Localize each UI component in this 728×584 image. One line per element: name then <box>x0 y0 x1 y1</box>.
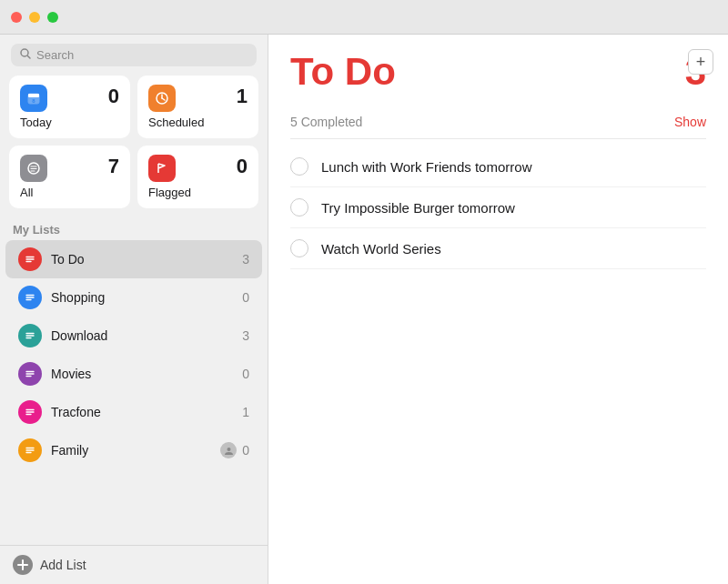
list-count-family: 0 <box>242 443 249 458</box>
task-item-2[interactable]: Try Impossible Burger tomorrow <box>290 187 706 228</box>
scheduled-label: Scheduled <box>148 116 248 129</box>
task-checkbox-1[interactable] <box>290 157 308 176</box>
list-items: To Do 3 Shopping 0 <box>0 240 268 545</box>
tile-today[interactable]: 8 0 Today <box>9 76 130 138</box>
completed-text: 5 Completed <box>290 115 362 129</box>
list-label-movies: Movies <box>51 367 233 381</box>
add-list-label: Add List <box>40 558 86 572</box>
list-item-family[interactable]: Family 0 <box>5 431 262 469</box>
list-count-tracfone: 1 <box>242 405 249 419</box>
flagged-count: 0 <box>237 155 248 178</box>
list-icon-movies <box>18 362 42 386</box>
list-icon-shopping <box>18 286 42 309</box>
search-icon <box>20 48 31 62</box>
list-count-todo: 3 <box>242 252 249 267</box>
list-label-download: Download <box>51 328 233 343</box>
svg-point-30 <box>227 448 230 451</box>
scheduled-icon <box>148 85 176 112</box>
minimize-button[interactable] <box>29 12 40 23</box>
svg-line-7 <box>162 98 165 100</box>
task-list: Lunch with Work Friends tomorrow Try Imp… <box>290 146 706 269</box>
scheduled-count: 1 <box>237 85 248 108</box>
svg-rect-3 <box>28 94 39 97</box>
list-icon-todo <box>18 247 42 271</box>
list-item-right-movies: 0 <box>242 367 249 381</box>
list-item-todo[interactable]: To Do 3 <box>5 240 262 278</box>
add-list-icon <box>13 555 33 575</box>
today-label: Today <box>20 116 119 129</box>
shared-icon-family <box>220 442 237 458</box>
all-icon <box>20 155 47 182</box>
tile-scheduled[interactable]: 1 Scheduled <box>137 76 258 138</box>
list-item-right-family: 0 <box>220 442 249 458</box>
tile-flagged[interactable]: 0 Flagged <box>137 146 258 208</box>
task-checkbox-3[interactable] <box>290 239 308 257</box>
task-checkbox-2[interactable] <box>290 198 308 216</box>
list-item-right-shopping: 0 <box>242 290 249 305</box>
list-count-shopping: 0 <box>242 290 249 305</box>
list-label-family: Family <box>51 443 211 458</box>
task-text-1: Lunch with Work Friends tomorrow <box>321 159 531 175</box>
show-link[interactable]: Show <box>674 115 706 129</box>
list-item-right-todo: 3 <box>242 252 249 267</box>
list-item-download[interactable]: Download 3 <box>5 317 262 355</box>
task-item-3[interactable]: Watch World Series <box>290 228 706 269</box>
close-button[interactable] <box>11 12 22 23</box>
list-item-right-tracfone: 1 <box>242 405 249 419</box>
completed-bar: 5 Completed Show <box>290 106 706 139</box>
svg-point-0 <box>21 49 28 56</box>
list-item-shopping[interactable]: Shopping 0 <box>5 278 262 317</box>
my-lists-header: My Lists <box>0 217 268 240</box>
svg-line-1 <box>28 56 31 59</box>
list-item-movies[interactable]: Movies 0 <box>5 355 262 393</box>
list-label-shopping: Shopping <box>51 290 233 305</box>
add-button-icon: + <box>696 53 706 72</box>
list-icon-tracfone <box>18 400 42 424</box>
today-count: 0 <box>108 85 119 108</box>
today-icon: 8 <box>20 85 47 112</box>
maximize-button[interactable] <box>47 12 58 23</box>
content-title: To Do <box>290 53 396 91</box>
list-label-todo: To Do <box>51 252 233 267</box>
title-bar <box>0 0 728 35</box>
list-icon-family <box>18 438 42 462</box>
all-count: 7 <box>108 155 119 178</box>
smart-tiles: 8 0 Today 1 <box>0 76 268 217</box>
add-task-button[interactable]: + <box>688 49 713 75</box>
content-header: To Do 3 <box>290 53 706 91</box>
task-text-2: Try Impossible Burger tomorrow <box>321 200 515 216</box>
main-content: + To Do 3 5 Completed Show Lunch with Wo… <box>268 35 728 584</box>
list-count-movies: 0 <box>242 367 249 381</box>
task-text-3: Watch World Series <box>321 241 441 257</box>
list-label-tracfone: Tracfone <box>51 405 233 419</box>
flagged-icon <box>148 155 176 182</box>
add-list-button[interactable]: Add List <box>0 545 268 584</box>
tile-all[interactable]: 7 All <box>9 146 130 208</box>
list-item-right-download: 3 <box>242 328 249 343</box>
list-count-download: 3 <box>242 328 249 343</box>
sidebar: Search 8 0 Today <box>0 35 268 584</box>
all-label: All <box>20 186 119 199</box>
traffic-lights <box>11 12 58 23</box>
search-bar[interactable]: Search <box>11 44 257 66</box>
list-icon-download <box>18 324 42 347</box>
flagged-label: Flagged <box>148 186 248 199</box>
list-item-tracfone[interactable]: Tracfone 1 <box>5 393 262 431</box>
task-item-1[interactable]: Lunch with Work Friends tomorrow <box>290 146 706 187</box>
main-layout: Search 8 0 Today <box>0 35 728 584</box>
search-placeholder: Search <box>36 48 248 62</box>
